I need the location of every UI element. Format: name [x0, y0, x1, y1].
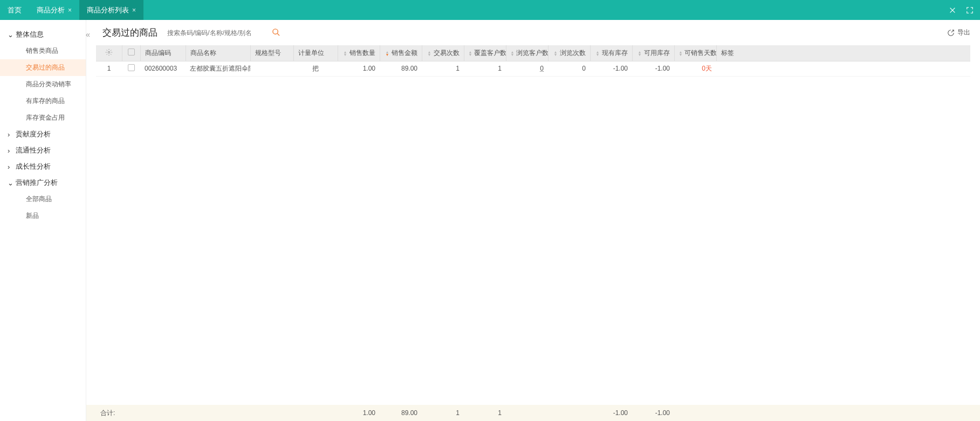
sidebar-item-category-rate[interactable]: 商品分类动销率	[0, 76, 86, 93]
col-amt[interactable]: ▲▼销售金额	[380, 45, 422, 61]
cell-spec	[250, 61, 293, 76]
sort-icon[interactable]: ▲▼	[344, 51, 347, 56]
cell-cust: 1	[464, 61, 506, 76]
search-input[interactable]	[166, 27, 263, 39]
browse-cust-link[interactable]: 0	[540, 65, 544, 72]
sidebar-group-label: 整体信息	[16, 30, 44, 39]
col-cust[interactable]: ▲▼覆盖客户数	[464, 45, 506, 61]
tab-home[interactable]: 首页	[0, 0, 29, 20]
footer-stock: -1.00	[590, 405, 632, 421]
col-unit[interactable]: 计量单位	[293, 45, 338, 61]
cell-days: 0天	[674, 61, 716, 76]
sidebar-group-label: 成长性分析	[16, 162, 51, 171]
sidebar-group-circulation[interactable]: ›流通性分析	[0, 142, 86, 158]
sidebar: « ⌄整体信息 销售类商品 交易过的商品 商品分类动销率 有库存的商品 库存资金…	[0, 20, 86, 421]
tab-product-analysis[interactable]: 商品分析×	[29, 0, 79, 20]
close-icon[interactable]: ×	[132, 6, 136, 14]
chevron-right-icon: ›	[8, 147, 13, 155]
sidebar-group-growth[interactable]: ›成长性分析	[0, 158, 86, 175]
sidebar-group-label: 贡献度分析	[16, 129, 51, 139]
col-name[interactable]: 商品名称	[186, 45, 250, 61]
svg-point-0	[273, 29, 278, 33]
chevron-right-icon: ›	[8, 130, 13, 139]
cell-tag	[716, 61, 970, 76]
cell-avail: -1.00	[632, 61, 674, 76]
svg-point-1	[108, 51, 110, 53]
table-row[interactable]: 1 002600003 左都胶囊五折遮阳伞防晒伞; 把 1.00 89.00 1…	[96, 61, 970, 76]
sidebar-group-overview[interactable]: ⌄整体信息	[0, 26, 86, 43]
page-title: 交易过的商品	[102, 26, 157, 39]
sidebar-item-all-products[interactable]: 全部商品	[0, 191, 86, 208]
export-button[interactable]: 导出	[947, 28, 970, 37]
sort-icon[interactable]: ▲▼	[386, 51, 389, 56]
collapse-sidebar-button[interactable]: «	[81, 27, 94, 40]
chevron-right-icon: ›	[8, 163, 13, 171]
export-icon	[947, 29, 955, 37]
sort-icon[interactable]: ▲▼	[679, 51, 683, 56]
sidebar-item-traded-products[interactable]: 交易过的商品	[0, 59, 86, 76]
col-tag[interactable]: 标签	[716, 45, 970, 61]
col-avail[interactable]: ▲▼可用库存	[632, 45, 674, 61]
sort-icon[interactable]: ▲▼	[469, 51, 472, 56]
fullscreen-button[interactable]	[964, 4, 976, 16]
select-all-checkbox[interactable]	[122, 45, 140, 61]
col-spec[interactable]: 规格型号	[250, 45, 293, 61]
col-bcnt[interactable]: ▲▼浏览次数	[548, 45, 590, 61]
sort-icon[interactable]: ▲▼	[554, 51, 558, 56]
sidebar-group-label: 流通性分析	[16, 146, 51, 155]
sidebar-item-new-products[interactable]: 新品	[0, 208, 86, 224]
fullscreen-icon	[966, 6, 974, 14]
sidebar-item-in-stock[interactable]: 有库存的商品	[0, 93, 86, 109]
cell-bcust: 0	[506, 61, 548, 76]
row-index: 1	[96, 61, 122, 76]
row-checkbox[interactable]	[122, 61, 140, 76]
sidebar-group-contribution[interactable]: ›贡献度分析	[0, 126, 86, 142]
col-stock[interactable]: ▲▼现有库存	[590, 45, 632, 61]
footer-label: 合计:	[96, 405, 140, 421]
cell-tx: 1	[422, 61, 464, 76]
footer-avail: -1.00	[632, 405, 674, 421]
sidebar-item-sales-products[interactable]: 销售类商品	[0, 43, 86, 59]
footer-tx: 1	[422, 405, 464, 421]
gear-icon	[105, 49, 113, 56]
footer-bcust	[506, 405, 548, 421]
table-footer: 合计: 1.00 89.00 1 1 -1.00 -1.00	[86, 405, 980, 421]
footer-bcnt	[548, 405, 590, 421]
export-label: 导出	[957, 28, 970, 37]
col-days[interactable]: ▲▼可销售天数	[674, 45, 716, 61]
close-icon	[949, 6, 956, 14]
cell-unit: 把	[293, 61, 338, 76]
footer-amt: 89.00	[380, 405, 422, 421]
cell-name: 左都胶囊五折遮阳伞防晒伞;	[186, 61, 250, 76]
cell-bcnt: 0	[548, 61, 590, 76]
col-code[interactable]: 商品编码	[140, 45, 186, 61]
col-tx[interactable]: ▲▼交易次数	[422, 45, 464, 61]
tab-bar: 首页 商品分析× 商品分析列表×	[0, 0, 980, 20]
cell-qty: 1.00	[338, 61, 380, 76]
chevron-down-icon: ⌄	[8, 31, 13, 39]
col-bcust[interactable]: ▲▼浏览客户数	[506, 45, 548, 61]
sidebar-group-marketing[interactable]: ⌄营销推广分析	[0, 175, 86, 191]
sidebar-item-stock-capital[interactable]: 库存资金占用	[0, 109, 86, 126]
cell-stock: -1.00	[590, 61, 632, 76]
data-table: 商品编码 商品名称 规格型号 计量单位 ▲▼销售数量 ▲▼销售金额 ▲▼交易次数…	[86, 45, 980, 405]
cell-code: 002600003	[140, 61, 186, 76]
tab-product-analysis-label: 商品分析	[37, 5, 65, 15]
sort-icon[interactable]: ▲▼	[511, 51, 515, 56]
tab-product-analysis-list[interactable]: 商品分析列表×	[79, 0, 143, 20]
close-all-tabs-button[interactable]	[947, 4, 958, 16]
tab-product-analysis-list-label: 商品分析列表	[87, 5, 129, 15]
col-qty[interactable]: ▲▼销售数量	[338, 45, 380, 61]
sort-icon[interactable]: ▲▼	[596, 51, 600, 56]
search-icon[interactable]	[272, 28, 280, 38]
sort-icon[interactable]: ▲▼	[428, 51, 431, 56]
chevron-down-icon: ⌄	[8, 179, 13, 187]
cell-amt: 89.00	[380, 61, 422, 76]
sort-icon[interactable]: ▲▼	[638, 51, 642, 56]
footer-qty: 1.00	[338, 405, 380, 421]
column-settings[interactable]	[96, 45, 122, 61]
close-icon[interactable]: ×	[68, 6, 72, 14]
sidebar-group-label: 营销推广分析	[16, 178, 58, 188]
footer-cust: 1	[464, 405, 506, 421]
tab-home-label: 首页	[8, 5, 22, 15]
